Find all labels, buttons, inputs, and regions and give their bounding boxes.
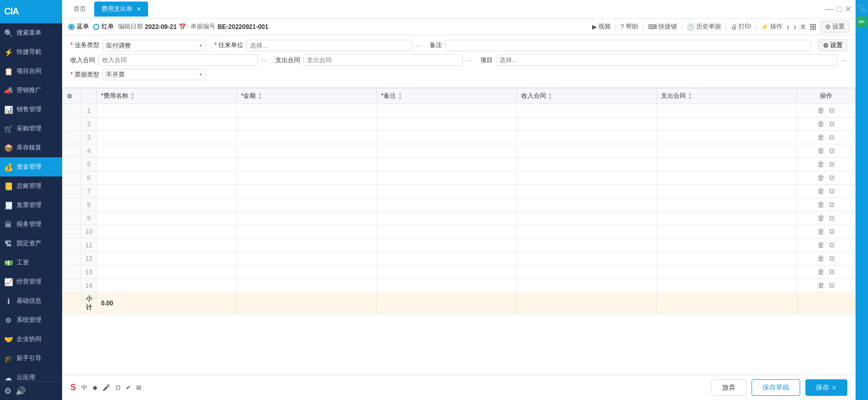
amount-cell[interactable] bbox=[237, 225, 376, 239]
copy-row-icon[interactable]: ⧉ bbox=[829, 120, 834, 128]
amount-cell[interactable] bbox=[237, 279, 376, 292]
audio-icon[interactable]: 🔊 bbox=[16, 386, 26, 396]
amount-cell[interactable] bbox=[237, 252, 376, 265]
voice-input-icon[interactable]: 🎤 bbox=[102, 384, 110, 391]
amount-cell[interactable] bbox=[237, 117, 376, 131]
delete-row-icon[interactable]: 🗑 bbox=[817, 281, 825, 289]
expense-name-cell[interactable] bbox=[97, 185, 237, 198]
delete-row-icon[interactable]: 🗑 bbox=[817, 173, 825, 182]
operation-button[interactable]: ⚡ 操作 bbox=[761, 22, 783, 31]
sidebar-item-cloud-apps[interactable]: ☁ 云应用 bbox=[0, 368, 62, 381]
notes-input[interactable] bbox=[445, 40, 811, 51]
window-close-button[interactable]: ✕ bbox=[845, 4, 851, 14]
sidebar-item-basic-info[interactable]: ℹ 基础信息 bbox=[0, 291, 62, 310]
expense-contract-cell[interactable] bbox=[657, 185, 797, 198]
notes-cell[interactable] bbox=[377, 185, 517, 198]
sidebar-item-marketing[interactable]: 📣 营销推广 bbox=[0, 81, 62, 100]
amount-cell[interactable] bbox=[237, 198, 376, 212]
expense-contract-cell[interactable] bbox=[657, 252, 797, 265]
amount-cell[interactable] bbox=[237, 131, 376, 144]
amount-cell[interactable] bbox=[237, 265, 376, 279]
check-icon[interactable]: ✔ bbox=[126, 384, 131, 391]
delete-row-icon[interactable]: 🗑 bbox=[817, 133, 825, 141]
business-type-select[interactable]: 应付调整 bbox=[102, 40, 206, 51]
save-button[interactable]: 保存 ∨ bbox=[805, 379, 847, 396]
income-contract-cell[interactable] bbox=[517, 225, 656, 239]
sidebar-item-ledger[interactable]: 📒 总账管理 bbox=[0, 176, 62, 196]
punctuation-icon[interactable]: ◆ bbox=[93, 384, 97, 391]
income-contract-cell[interactable] bbox=[517, 185, 656, 198]
delete-row-icon[interactable]: 🗑 bbox=[817, 106, 825, 114]
video-button[interactable]: ▶ 视频 bbox=[592, 22, 611, 31]
delete-row-icon[interactable]: 🗑 bbox=[817, 146, 825, 155]
expense-contract-cell[interactable] bbox=[657, 225, 797, 239]
notes-cell[interactable] bbox=[377, 212, 517, 225]
save-draft-button[interactable]: 保存草稿 bbox=[752, 379, 800, 396]
sidebar-item-search[interactable]: 🔍 搜索菜单 bbox=[0, 23, 62, 42]
next-nav-button[interactable]: › bbox=[793, 22, 796, 32]
tab-expense[interactable]: 费用支出单 ✕ bbox=[94, 2, 148, 17]
sidebar-item-inventory[interactable]: 📦 库存核算 bbox=[0, 138, 62, 157]
delete-row-icon[interactable]: 🗑 bbox=[817, 120, 825, 128]
expense-name-cell[interactable] bbox=[97, 239, 237, 252]
sidebar-item-invoice[interactable]: 🧾 发票管理 bbox=[0, 196, 62, 215]
income-contract-input[interactable] bbox=[98, 54, 258, 66]
delete-row-icon[interactable]: 🗑 bbox=[817, 160, 825, 168]
income-contract-cell[interactable] bbox=[517, 158, 656, 171]
data-table-container[interactable]: ⚙ *费用名称 ▲▼ *金额 ▲▼ bbox=[62, 88, 856, 375]
print-button[interactable]: 🖨 打印 bbox=[731, 22, 751, 31]
expense-name-cell[interactable] bbox=[97, 252, 237, 265]
sidebar-item-quicknav[interactable]: ⚡ 快捷导航 bbox=[0, 42, 62, 62]
income-contract-cell[interactable] bbox=[517, 252, 656, 265]
sidebar-item-fixed-assets[interactable]: 🏗 固定资产 bbox=[0, 234, 62, 253]
notes-cell[interactable] bbox=[377, 117, 517, 131]
expense-contract-cell[interactable] bbox=[657, 265, 797, 279]
copy-row-icon[interactable]: ⧉ bbox=[829, 160, 834, 168]
sidebar-item-system[interactable]: ⚙ 系统管理 bbox=[0, 310, 62, 330]
notes-cell[interactable] bbox=[377, 144, 517, 158]
window-minimize-button[interactable]: — bbox=[825, 5, 833, 14]
amount-sort[interactable]: ▲▼ bbox=[258, 92, 262, 100]
amount-cell[interactable] bbox=[237, 144, 376, 158]
invoice-type-select[interactable]: 不开票 bbox=[102, 69, 206, 80]
notes-cell[interactable] bbox=[377, 252, 517, 265]
amount-cell[interactable] bbox=[237, 104, 376, 117]
income-contract-cell[interactable] bbox=[517, 279, 656, 292]
expense-name-cell[interactable] bbox=[97, 158, 237, 171]
expense-contract-cell[interactable] bbox=[657, 158, 797, 171]
delete-row-icon[interactable]: 🗑 bbox=[817, 187, 825, 195]
income-contract-sort[interactable]: ▲▼ bbox=[548, 92, 552, 100]
expense-contract-more-icon[interactable]: ··· bbox=[466, 56, 472, 64]
settings-gear-icon[interactable]: ⚙ bbox=[4, 386, 11, 396]
expense-name-cell[interactable] bbox=[97, 265, 237, 279]
expense-name-cell[interactable] bbox=[97, 104, 237, 117]
copy-row-icon[interactable]: ⧉ bbox=[829, 227, 834, 235]
copy-row-icon[interactable]: ⧉ bbox=[829, 281, 834, 289]
calendar-icon[interactable]: 📅 bbox=[179, 23, 186, 31]
amount-cell[interactable] bbox=[237, 239, 376, 252]
sidebar-item-capital[interactable]: 💰 资金管理 bbox=[0, 157, 62, 176]
copy-row-icon[interactable]: ⧉ bbox=[829, 173, 834, 182]
counterparty-more-icon[interactable]: ··· bbox=[415, 41, 421, 50]
expense-name-cell[interactable] bbox=[97, 212, 237, 225]
grid-view-button[interactable]: ⊞ bbox=[810, 22, 816, 32]
sidebar-item-new-guide[interactable]: 🎓 新手引导 bbox=[0, 349, 62, 368]
copy-row-icon[interactable]: ⧉ bbox=[829, 106, 834, 114]
delete-row-icon[interactable]: 🗑 bbox=[817, 200, 825, 209]
tab-close-button[interactable]: ✕ bbox=[137, 6, 141, 12]
sidebar-item-procurement[interactable]: 🛒 采购管理 bbox=[0, 119, 62, 138]
notes-cell[interactable] bbox=[377, 239, 517, 252]
expense-contract-sort[interactable]: ▲▼ bbox=[688, 92, 692, 100]
project-input[interactable] bbox=[496, 54, 838, 66]
notes-cell[interactable] bbox=[377, 171, 517, 185]
discard-button[interactable]: 放弃 bbox=[711, 379, 746, 396]
notes-cell[interactable] bbox=[377, 131, 517, 144]
copy-row-icon[interactable]: ⧉ bbox=[829, 133, 834, 141]
red-bill-radio[interactable]: 红单 bbox=[93, 22, 114, 31]
list-view-button[interactable]: ≡ bbox=[801, 22, 805, 32]
delete-row-icon[interactable]: 🗑 bbox=[817, 241, 825, 249]
notes-cell[interactable] bbox=[377, 158, 517, 171]
expense-name-cell[interactable] bbox=[97, 131, 237, 144]
expense-contract-cell[interactable] bbox=[657, 212, 797, 225]
expense-name-cell[interactable] bbox=[97, 198, 237, 212]
